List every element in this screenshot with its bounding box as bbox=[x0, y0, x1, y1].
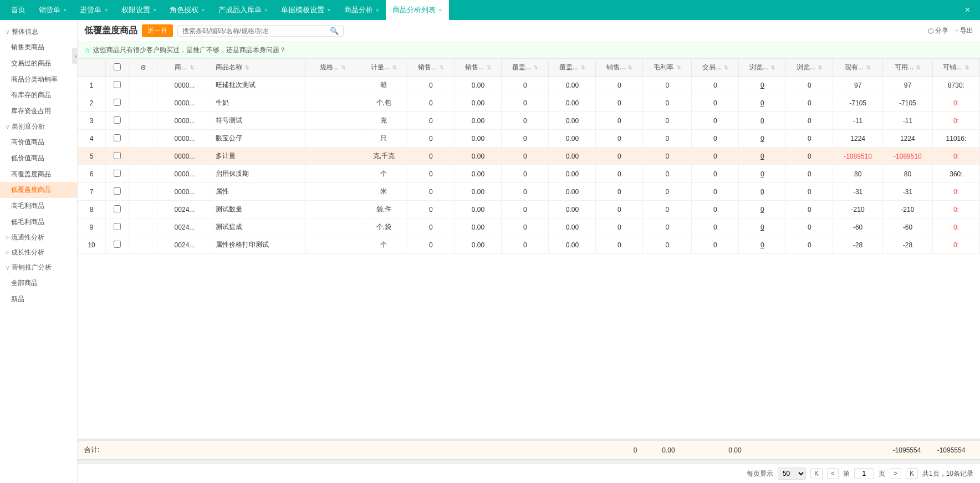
cell-browse1[interactable]: 0 bbox=[739, 183, 786, 201]
cell-check[interactable] bbox=[106, 218, 129, 236]
nav-role-auth[interactable]: 角色授权 × bbox=[163, 0, 211, 20]
sidebar-item-high-coverage[interactable]: 高覆盖度商品 bbox=[0, 166, 77, 182]
row-checkbox[interactable] bbox=[114, 152, 121, 159]
browse-link[interactable]: 0 bbox=[760, 117, 764, 125]
sidebar-item-sales-goods[interactable]: 销售类商品 bbox=[0, 39, 77, 55]
browse-link[interactable]: 0 bbox=[760, 152, 764, 160]
sidebar-section-overview[interactable]: ∨ 整体信息 bbox=[0, 24, 77, 39]
row-checkbox[interactable] bbox=[114, 187, 121, 195]
search-icon[interactable]: 🔍 bbox=[330, 27, 339, 35]
nav-product-analysis-list[interactable]: 商品分析列表 × bbox=[386, 0, 448, 20]
horizontal-scrollbar[interactable] bbox=[78, 459, 980, 464]
nav-permissions[interactable]: 权限设置 × bbox=[115, 0, 163, 20]
sidebar-item-all-goods[interactable]: 全部商品 bbox=[0, 275, 77, 291]
last-page-button[interactable]: K bbox=[906, 468, 918, 479]
cell-browse1[interactable]: 0 bbox=[739, 218, 786, 236]
cell-settings bbox=[129, 218, 157, 236]
sidebar-item-new-goods[interactable]: 新品 bbox=[0, 291, 77, 307]
sidebar-item-stocked-goods[interactable]: 有库存的商品 bbox=[0, 87, 77, 103]
cell-check[interactable] bbox=[106, 77, 129, 94]
sidebar-item-low-value[interactable]: 低价值商品 bbox=[0, 150, 77, 166]
sidebar-item-low-profit[interactable]: 低毛利商品 bbox=[0, 214, 77, 230]
row-checkbox[interactable] bbox=[114, 241, 121, 248]
cell-browse1[interactable]: 0 bbox=[739, 201, 786, 218]
nav-purchase-order[interactable]: 进货单 × bbox=[73, 0, 114, 20]
sidebar-item-high-value[interactable]: 高价值商品 bbox=[0, 134, 77, 150]
close-permissions[interactable]: × bbox=[153, 7, 156, 13]
th-settings[interactable]: ⚙ bbox=[129, 59, 157, 77]
sidebar-section-liquidity[interactable]: > 流通性分析 bbox=[0, 230, 77, 245]
cell-check[interactable] bbox=[106, 165, 129, 183]
share-button[interactable]: ⬡ 分享 bbox=[928, 26, 948, 35]
close-product-analysis-list[interactable]: × bbox=[438, 7, 442, 13]
row-checkbox[interactable] bbox=[114, 81, 121, 88]
cell-browse1[interactable]: 0 bbox=[739, 112, 786, 130]
close-template-settings[interactable]: × bbox=[327, 7, 330, 13]
browse-link[interactable]: 0 bbox=[760, 135, 764, 143]
browse-link[interactable]: 0 bbox=[760, 188, 764, 196]
sidebar-section-category[interactable]: ∨ 类别度分析 bbox=[0, 119, 77, 134]
sidebar-section-marketing[interactable]: ∨ 营销推广分析 bbox=[0, 260, 77, 275]
export-button[interactable]: ↑ 导出 bbox=[955, 26, 973, 35]
sidebar-collapse-button[interactable]: « bbox=[72, 48, 78, 64]
sidebar-item-high-profit[interactable]: 高毛利商品 bbox=[0, 198, 77, 214]
browse-link[interactable]: 0 bbox=[760, 241, 764, 249]
row-checkbox[interactable] bbox=[114, 205, 121, 212]
sidebar-item-low-coverage[interactable]: 低覆盖度商品 bbox=[0, 182, 77, 198]
close-product-analysis[interactable]: × bbox=[376, 7, 379, 13]
cell-browse1[interactable]: 0 bbox=[739, 165, 786, 183]
sidebar-item-stock-fund[interactable]: 库存资金占用 bbox=[0, 103, 77, 119]
prev-page-button[interactable]: < bbox=[827, 468, 839, 479]
row-checkbox[interactable] bbox=[114, 116, 121, 124]
row-checkbox[interactable] bbox=[114, 170, 121, 177]
close-role-auth[interactable]: × bbox=[201, 7, 205, 13]
cell-browse1[interactable]: 0 bbox=[739, 130, 786, 148]
next-page-button[interactable]: > bbox=[890, 468, 901, 479]
per-page-label: 每页显示 bbox=[747, 469, 773, 479]
cell-browse1[interactable]: 0 bbox=[739, 236, 786, 254]
browse-link[interactable]: 0 bbox=[760, 206, 764, 213]
sidebar-section-growth[interactable]: > 成长性分析 bbox=[0, 245, 77, 260]
cell-cover2: 0.00 bbox=[549, 77, 596, 94]
cell-check[interactable] bbox=[106, 236, 129, 254]
cell-check[interactable] bbox=[106, 201, 129, 218]
nav-product-inbound[interactable]: 产成品入库单 × bbox=[212, 0, 274, 20]
data-table-container[interactable]: ⚙ 商... ⇅ 商品名称 ⇅ 规格... ⇅ 计量... ⇅ 销售... ⇅ … bbox=[78, 59, 980, 439]
nav-product-analysis[interactable]: 商品分析 × bbox=[338, 0, 386, 20]
row-checkbox[interactable] bbox=[114, 99, 121, 106]
cell-code: 0000... bbox=[157, 183, 212, 201]
browse-link[interactable]: 0 bbox=[760, 82, 764, 89]
first-page-button[interactable]: K bbox=[810, 468, 823, 479]
cell-browse1[interactable]: 0 bbox=[739, 148, 786, 165]
sidebar-item-traded-goods[interactable]: 交易过的商品 bbox=[0, 55, 77, 72]
cell-browse1[interactable]: 0 bbox=[739, 77, 786, 94]
cell-settings bbox=[129, 236, 157, 254]
cell-check[interactable] bbox=[106, 130, 129, 148]
close-sales-order[interactable]: × bbox=[63, 7, 67, 13]
nav-sales-order[interactable]: 销货单 × bbox=[32, 0, 73, 20]
cell-browse1[interactable]: 0 bbox=[739, 94, 786, 112]
cell-trade: 0 bbox=[692, 201, 739, 218]
period-button[interactable]: 近一月 bbox=[142, 24, 173, 37]
sidebar-item-category-rate[interactable]: 商品分类动销率 bbox=[0, 72, 77, 88]
table-row: 10 0024... 属性价格打印测试 个 0 0.00 0 0.00 0 0 … bbox=[78, 236, 980, 254]
cell-check[interactable] bbox=[106, 112, 129, 130]
cell-check[interactable] bbox=[106, 94, 129, 112]
close-product-inbound[interactable]: × bbox=[264, 7, 268, 13]
close-all-button[interactable]: × bbox=[959, 5, 976, 15]
row-checkbox[interactable] bbox=[114, 134, 121, 141]
select-all-checkbox[interactable] bbox=[114, 63, 121, 70]
cell-check[interactable] bbox=[106, 148, 129, 165]
nav-template-settings[interactable]: 单据模板设置 × bbox=[274, 0, 337, 20]
row-checkbox[interactable] bbox=[114, 223, 121, 230]
browse-link[interactable]: 0 bbox=[760, 99, 764, 107]
search-input[interactable] bbox=[182, 27, 330, 35]
per-page-select[interactable]: 50 100 200 bbox=[778, 467, 806, 480]
page-number-input[interactable] bbox=[854, 468, 874, 479]
nav-home[interactable]: 首页 bbox=[4, 0, 32, 20]
browse-link[interactable]: 0 bbox=[760, 170, 764, 178]
close-purchase-order[interactable]: × bbox=[104, 7, 108, 13]
browse-link[interactable]: 0 bbox=[760, 223, 764, 231]
cell-browse2: 0 bbox=[786, 94, 833, 112]
cell-check[interactable] bbox=[106, 183, 129, 201]
